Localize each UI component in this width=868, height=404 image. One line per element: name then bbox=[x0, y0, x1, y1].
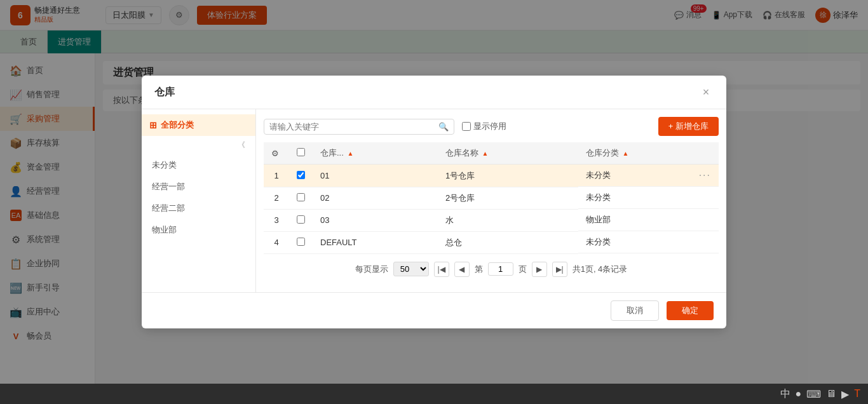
table-header-row: ⚙ 仓库... ▲ 仓库名称 bbox=[264, 142, 719, 165]
modal-footer: 取消 确定 bbox=[142, 292, 726, 328]
per-page-select[interactable]: 50 100 200 bbox=[393, 262, 429, 276]
table-row[interactable]: 3 03 水 物业部 bbox=[264, 209, 719, 231]
th-code-label: 仓库... bbox=[320, 148, 344, 158]
td-num: 2 bbox=[264, 187, 289, 209]
td-checkbox[interactable] bbox=[289, 231, 313, 253]
warehouse-table: ⚙ 仓库... ▲ 仓库名称 bbox=[264, 142, 719, 254]
td-code: DEFAULT bbox=[313, 231, 438, 253]
warehouse-modal: 仓库 × ⊞ 全部分类 《 未分类 经营一部 bbox=[142, 76, 726, 328]
table-panel: 🔍 显示停用 + 新增仓库 ⚙ bbox=[256, 109, 726, 292]
search-input-wrap: 🔍 bbox=[264, 119, 454, 135]
table-toolbar: 🔍 显示停用 + 新增仓库 bbox=[264, 117, 719, 136]
category-item-dept2[interactable]: 经营二部 bbox=[142, 198, 255, 219]
bottom-icon-keyboard[interactable]: ⌨ bbox=[806, 388, 821, 400]
table-row[interactable]: 2 02 2号仓库 未分类 bbox=[264, 187, 719, 209]
modal-overlay: 仓库 × ⊞ 全部分类 《 未分类 经营一部 bbox=[0, 0, 868, 404]
bottom-icon-zh[interactable]: 中 bbox=[780, 387, 790, 401]
show-disabled-label[interactable]: 显示停用 bbox=[462, 121, 506, 132]
bottom-icon-monitor[interactable]: 🖥 bbox=[826, 388, 836, 400]
search-input[interactable] bbox=[269, 122, 438, 131]
td-checkbox[interactable] bbox=[289, 187, 313, 209]
prev-page-button[interactable]: ◀ bbox=[454, 262, 470, 277]
add-warehouse-button[interactable]: + 新增仓库 bbox=[658, 117, 719, 136]
td-num: 3 bbox=[264, 209, 289, 231]
sort-name-icon: ▲ bbox=[482, 150, 489, 157]
confirm-button[interactable]: 确定 bbox=[667, 301, 714, 320]
td-category: 未分类 bbox=[578, 231, 719, 253]
modal-body: ⊞ 全部分类 《 未分类 经营一部 经营二部 物业部 bbox=[142, 109, 726, 292]
td-name: 2号仓库 bbox=[438, 187, 578, 209]
td-code: 03 bbox=[313, 209, 438, 231]
total-info: 共1页, 4条记录 bbox=[573, 264, 628, 275]
td-checkbox[interactable] bbox=[289, 165, 313, 187]
th-name-label: 仓库名称 bbox=[445, 148, 478, 158]
category-item-dept1[interactable]: 经营一部 bbox=[142, 176, 255, 198]
show-disabled-checkbox[interactable] bbox=[462, 122, 471, 131]
th-category: 仓库分类 ▲ bbox=[578, 142, 719, 165]
category-item-unclassified[interactable]: 未分类 bbox=[142, 154, 255, 176]
td-name: 水 bbox=[438, 209, 578, 231]
td-code: 01 bbox=[313, 165, 438, 187]
td-category: 物业部 bbox=[578, 209, 719, 231]
next-page-button[interactable]: ▶ bbox=[532, 262, 547, 277]
page-unit: 页 bbox=[519, 264, 527, 275]
category-all-label: 全部分类 bbox=[161, 119, 194, 131]
collapse-button[interactable]: 《 bbox=[233, 137, 250, 153]
gear-icon: ⚙ bbox=[271, 149, 279, 158]
pagination: 每页显示 50 100 200 |◀ ◀ 第 页 ▶ ▶| 共1页, 4条记录 bbox=[264, 254, 719, 285]
show-disabled-text: 显示停用 bbox=[473, 121, 506, 132]
th-checkbox bbox=[289, 142, 313, 165]
page-input[interactable] bbox=[488, 262, 513, 276]
td-category: 未分类 ··· bbox=[578, 165, 719, 187]
td-checkbox[interactable] bbox=[289, 209, 313, 231]
th-code: 仓库... ▲ bbox=[313, 142, 438, 165]
sort-code-icon: ▲ bbox=[347, 150, 353, 157]
category-panel: ⊞ 全部分类 《 未分类 经营一部 经营二部 物业部 bbox=[142, 109, 256, 292]
cancel-button[interactable]: 取消 bbox=[611, 300, 659, 321]
th-category-label: 仓库分类 bbox=[586, 148, 619, 158]
td-num: 1 bbox=[264, 165, 289, 187]
bottom-icon-dot[interactable]: ● bbox=[796, 388, 802, 400]
bottom-icon-t[interactable]: T bbox=[854, 388, 860, 400]
first-page-button[interactable]: |◀ bbox=[434, 262, 449, 277]
search-icon[interactable]: 🔍 bbox=[438, 122, 449, 131]
last-page-button[interactable]: ▶| bbox=[552, 262, 567, 277]
bottom-icon-play[interactable]: ▶ bbox=[841, 388, 849, 400]
td-code: 02 bbox=[313, 187, 438, 209]
table-row[interactable]: 4 DEFAULT 总仓 未分类 bbox=[264, 231, 719, 253]
table-wrapper: ⚙ 仓库... ▲ 仓库名称 bbox=[264, 142, 719, 254]
modal-close-button[interactable]: × bbox=[698, 84, 714, 100]
modal-title: 仓库 bbox=[154, 86, 175, 99]
page-label: 第 bbox=[475, 264, 483, 275]
th-name: 仓库名称 ▲ bbox=[438, 142, 578, 165]
td-num: 4 bbox=[264, 231, 289, 253]
bottom-taskbar: 中 ● ⌨ 🖥 ▶ T bbox=[0, 384, 868, 404]
modal-header: 仓库 × bbox=[142, 76, 726, 109]
grid-icon: ⊞ bbox=[149, 120, 157, 130]
td-name: 1号仓库 bbox=[438, 165, 578, 187]
category-all-item[interactable]: ⊞ 全部分类 bbox=[142, 114, 255, 136]
row-action-btn[interactable]: ··· bbox=[699, 170, 711, 181]
table-row[interactable]: 1 01 1号仓库 未分类 ··· bbox=[264, 165, 719, 187]
td-name: 总仓 bbox=[438, 231, 578, 253]
select-all-checkbox[interactable] bbox=[297, 148, 305, 156]
sort-category-icon: ▲ bbox=[623, 150, 629, 157]
th-settings: ⚙ bbox=[264, 142, 289, 165]
td-category: 未分类 bbox=[578, 187, 719, 209]
per-page-label: 每页显示 bbox=[355, 264, 388, 275]
category-item-property[interactable]: 物业部 bbox=[142, 219, 255, 241]
